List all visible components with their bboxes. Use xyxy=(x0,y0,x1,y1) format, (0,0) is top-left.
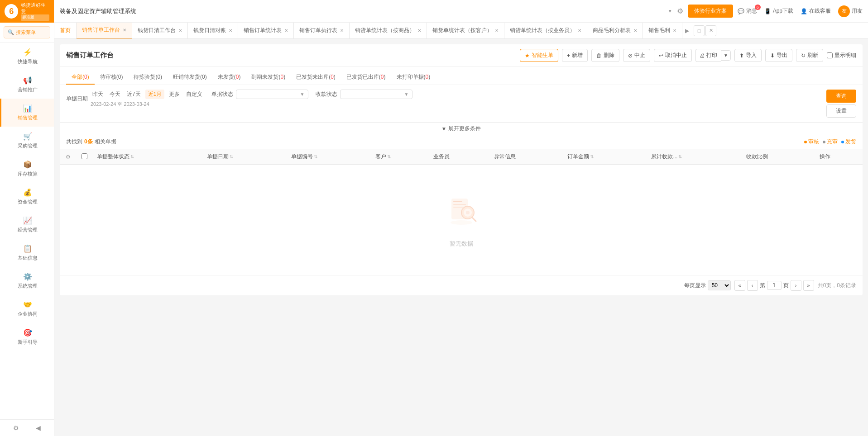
sidebar-item-basic-info[interactable]: 📋 基础信息 xyxy=(0,239,54,267)
topbar-settings-icon[interactable]: ⚙ xyxy=(677,7,683,15)
last-page-button[interactable]: » xyxy=(803,280,814,291)
sub-tab-undelivered[interactable]: 未发货(0) xyxy=(212,71,246,85)
message-button[interactable]: 💬 消息 6 xyxy=(738,7,757,15)
tab-cash-daily[interactable]: 钱货日清工作台 ✕ xyxy=(132,23,188,39)
refresh-button[interactable]: ↻ 刷新 xyxy=(796,49,823,62)
sidebar-item-system[interactable]: ⚙️ 系统管理 xyxy=(0,267,54,295)
sidebar-item-purchase[interactable]: 🛒 采购管理 xyxy=(0,127,54,155)
next-page-button[interactable]: › xyxy=(791,280,801,291)
collapse-sidebar-icon[interactable]: ◀ xyxy=(36,424,41,431)
sub-tab-pending-check[interactable]: 待拣验货(0) xyxy=(128,71,168,85)
print-dropdown-button[interactable]: ▼ xyxy=(721,50,731,61)
date-opt-1month[interactable]: 近1月 xyxy=(145,90,165,99)
solution-button[interactable]: 体验行业方案 xyxy=(688,5,733,18)
settings-gear-icon[interactable]: ⚙ xyxy=(13,424,19,431)
tab-close-icon[interactable]: ✕ xyxy=(123,28,126,33)
sidebar-item-quick-nav[interactable]: ⚡ 快捷导航 xyxy=(0,43,54,71)
delete-button[interactable]: 🗑 删除 xyxy=(591,49,619,62)
sidebar-item-inventory[interactable]: 📦 库存核算 xyxy=(0,155,54,183)
sort-status-icon[interactable]: ⇅ xyxy=(130,154,134,159)
sidebar-item-guide[interactable]: 🎯 新手引导 xyxy=(0,323,54,351)
prev-page-button[interactable]: ‹ xyxy=(747,280,758,291)
sort-customer-icon[interactable]: ⇅ xyxy=(387,154,391,159)
tab-close-icon[interactable]: ✕ xyxy=(673,28,676,33)
tab-close-icon[interactable]: ✕ xyxy=(578,28,581,33)
page-size-select[interactable]: 20 50 100 xyxy=(708,280,731,290)
cancel-stop-button[interactable]: ↩ 取消中止 xyxy=(654,49,692,62)
sub-tab-expired-undelivered[interactable]: 到期未发货(0) xyxy=(246,71,291,85)
sub-tab-pending-review[interactable]: 待审核(0) xyxy=(95,71,129,85)
tab-sales-profit[interactable]: 销售毛利 ✕ xyxy=(643,23,682,39)
sidebar-item-operations[interactable]: 📈 经营管理 xyxy=(0,211,54,239)
query-button[interactable]: 查询 xyxy=(826,90,856,103)
tab-close-icon[interactable]: ✕ xyxy=(495,28,499,33)
tab-sales-order-stats[interactable]: 销售订单统计表 ✕ xyxy=(238,23,294,39)
show-detail-toggle[interactable]: 显示明细 xyxy=(827,52,856,59)
tab-cash-reconcile[interactable]: 钱货日清对账 ✕ xyxy=(188,23,238,39)
sort-collected-icon[interactable]: ⇅ xyxy=(678,154,682,159)
tab-home[interactable]: 首页 xyxy=(54,23,77,39)
user-profile-button[interactable]: 友 用友 xyxy=(838,5,863,17)
sub-tab-unprinted[interactable]: 未打印单据(0) xyxy=(391,71,436,85)
deliver-batch-button[interactable]: 发货 xyxy=(841,138,856,146)
import-button[interactable]: ⬆ 导入 xyxy=(734,49,762,62)
th-checkbox[interactable] xyxy=(76,149,92,165)
date-opt-custom[interactable]: 自定义 xyxy=(184,90,204,99)
sidebar-item-finance[interactable]: 💰 资金管理 xyxy=(0,183,54,211)
sidebar-item-cooperation[interactable]: 🤝 企业协同 xyxy=(0,295,54,323)
tab-close-icon[interactable]: ✕ xyxy=(229,28,232,33)
tab-close-icon[interactable]: ✕ xyxy=(417,28,421,33)
tabs-scroll-right-icon[interactable]: ▶ xyxy=(682,23,692,39)
expand-filter-button[interactable]: ▼ 展开更多条件 xyxy=(441,125,481,133)
sub-tab-delivered-out[interactable]: 已发货已出库(0) xyxy=(341,71,391,85)
app-download-button[interactable]: 📱 App下载 xyxy=(764,7,793,15)
add-button[interactable]: + 新增 xyxy=(562,49,588,62)
audit-batch-button[interactable]: 审核 xyxy=(804,138,819,146)
tab-close-icon[interactable]: ✕ xyxy=(340,28,344,33)
tab-sales-stats-salesman[interactable]: 销货单统计表（按业务员） ✕ xyxy=(504,23,587,39)
select-all-checkbox[interactable] xyxy=(82,153,87,159)
show-detail-checkbox[interactable] xyxy=(827,52,833,58)
sort-date-icon[interactable]: ⇅ xyxy=(230,154,233,159)
tab-close-icon[interactable]: ✕ xyxy=(284,28,288,33)
sidebar-item-marketing[interactable]: 📢 营销推广 xyxy=(0,71,54,99)
deliver-dot-icon xyxy=(841,141,844,143)
tab-sales-stats-product[interactable]: 销货单统计表（按商品） ✕ xyxy=(350,23,427,39)
th-action: 操作 xyxy=(815,149,863,165)
settings-button[interactable]: 设置 xyxy=(826,104,856,118)
sub-tab-all[interactable]: 全部(0) xyxy=(66,71,95,85)
sidebar-item-label: 快捷导航 xyxy=(18,58,38,65)
tab-product-margin[interactable]: 商品毛利分析表 ✕ xyxy=(587,23,643,39)
search-menu-button[interactable]: 🔍 搜索菜单 xyxy=(4,26,50,38)
date-opt-7days[interactable]: 近7天 xyxy=(125,90,143,99)
export-button[interactable]: ⬇ 导出 xyxy=(765,49,792,62)
payment-select[interactable]: ▼ xyxy=(340,90,412,99)
print-button[interactable]: 🖨 打印 xyxy=(695,49,721,62)
status-select[interactable]: ▼ xyxy=(236,90,308,99)
cancel-audit-batch-button[interactable]: 充审 xyxy=(823,138,838,146)
th-settings[interactable]: ⚙ xyxy=(60,149,76,165)
sub-tab-delivered-not-in[interactable]: 已发货未出库(0) xyxy=(291,71,341,85)
tab-sales-order-exec[interactable]: 销售订单执行表 ✕ xyxy=(294,23,350,39)
sort-amount-icon[interactable]: ⇅ xyxy=(590,154,594,159)
date-opt-today[interactable]: 今天 xyxy=(108,90,122,99)
online-service-button[interactable]: 👤 在线客服 xyxy=(801,7,831,15)
tab-sales-order-workbench[interactable]: 销售订单工作台 ✕ xyxy=(77,23,132,39)
sort-number-icon[interactable]: ⇅ xyxy=(314,154,317,159)
message-icon: 💬 xyxy=(738,8,744,14)
page-number-input[interactable] xyxy=(767,281,782,290)
date-opt-yesterday[interactable]: 昨天 xyxy=(91,90,105,99)
tab-maximize-button[interactable]: □ xyxy=(694,25,705,36)
tab-close-icon[interactable]: ✕ xyxy=(633,28,637,33)
smart-create-button[interactable]: ★ 智能生单 xyxy=(520,49,558,62)
title-dropdown-icon[interactable]: ▼ xyxy=(668,9,672,14)
sub-tab-wangpu-delivery[interactable]: 旺铺待发货(0) xyxy=(168,71,212,85)
stop-button[interactable]: ⊘ 中止 xyxy=(623,49,650,62)
date-opt-more[interactable]: 更多 xyxy=(167,90,182,99)
tab-close-all-button[interactable]: ✕ xyxy=(705,25,716,36)
tab-sales-stats-customer[interactable]: 销货单统计表（按客户） ✕ xyxy=(427,23,504,39)
tab-close-icon[interactable]: ✕ xyxy=(178,28,182,33)
sidebar-item-sales[interactable]: 📊 销售管理 xyxy=(0,99,54,127)
first-page-button[interactable]: « xyxy=(734,280,745,291)
payment-filter: 收款状态 ▼ xyxy=(316,90,412,99)
